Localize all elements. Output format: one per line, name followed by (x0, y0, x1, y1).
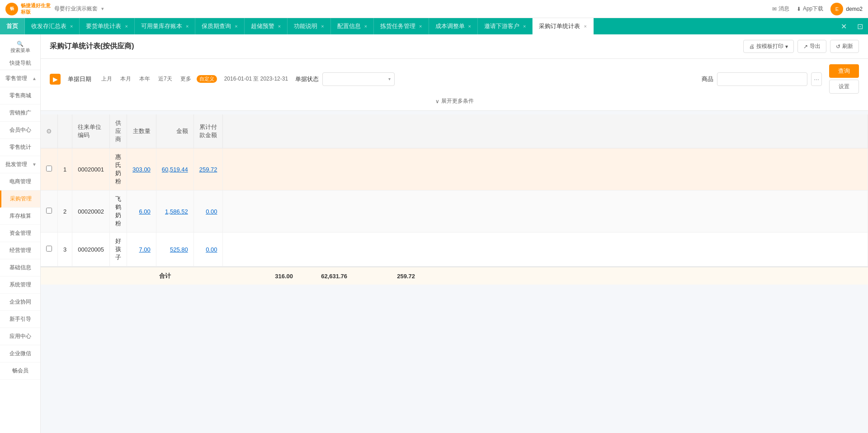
sidebar-item-retail-stats-label: 零售统计 (9, 143, 31, 151)
tab-peizhi-label: 配置信息 (337, 22, 361, 30)
gear-icon[interactable]: ⚙ (46, 128, 52, 135)
expand-more-button[interactable]: ∨ 展开更多条件 (435, 97, 474, 105)
col-header-supplier-name: 供应商 (110, 114, 127, 148)
template-print-dropdown-icon: ▾ (785, 43, 788, 50)
row3-amount[interactable]: 525.80 (156, 233, 193, 266)
tab-caigou-close[interactable]: × (584, 24, 586, 29)
row2-checkbox-input[interactable] (46, 208, 52, 214)
row2-paid[interactable]: 0.00 (193, 190, 223, 233)
sidebar-item-inventory[interactable]: 库存核算 (0, 208, 40, 225)
tab-baozhiqi[interactable]: 保质期查询 × (195, 18, 244, 34)
status-select[interactable]: ▾ (322, 72, 395, 86)
tab-paihuoren-close[interactable]: × (419, 24, 422, 29)
sidebar-item-wechat[interactable]: 企业微信 (0, 345, 40, 362)
tab-yaoqing-close[interactable]: × (523, 24, 526, 29)
tab-keyongliang[interactable]: 可用量库存账本 × (135, 18, 195, 34)
settings-button[interactable]: 设置 (829, 80, 859, 94)
row1-checkbox-input[interactable] (46, 166, 52, 171)
tab-yaoqing[interactable]: 邀请下游客户 × (478, 18, 533, 34)
row3-paid[interactable]: 0.00 (193, 233, 223, 266)
sidebar-item-retail-shop[interactable]: 零售商城 (0, 87, 40, 105)
sidebar-item-ecommerce[interactable]: 电商管理 (0, 173, 40, 190)
tab-gongneng-close[interactable]: × (321, 24, 324, 29)
sidebar-item-retail-stats[interactable]: 零售统计 (0, 139, 40, 156)
tab-chengbentiaoz-close[interactable]: × (468, 24, 471, 29)
date-custom-badge[interactable]: 自定义 (197, 75, 217, 83)
row2-checkbox[interactable] (41, 190, 58, 233)
export-button[interactable]: ↗ 导出 (797, 40, 826, 53)
status-select-arrow: ▾ (388, 76, 391, 81)
row1-paid[interactable]: 259.72 (193, 148, 223, 190)
tab-home[interactable]: 首页 (0, 18, 25, 34)
tab-peizhi[interactable]: 配置信息 × (331, 18, 374, 34)
search-menu-button[interactable]: 🔍 搜索菜单 (0, 38, 40, 57)
tab-chaochuyu-close[interactable]: × (278, 24, 281, 29)
filter-toggle-button[interactable]: ▶ (50, 74, 61, 85)
footer-label: 合计 (154, 267, 244, 285)
sidebar-item-enterprise[interactable]: 企业协同 (0, 294, 40, 311)
page-header: 采购订单统计表(按供应商) 🖨 按模板打印 ▾ ↗ 导出 ↺ 刷新 (41, 34, 868, 59)
tab-gongneng[interactable]: 功能说明 × (288, 18, 330, 34)
template-print-button[interactable]: 🖨 按模板打印 ▾ (743, 40, 794, 53)
goods-more-button[interactable]: ··· (811, 72, 822, 86)
tab-baozhiqi-close[interactable]: × (235, 24, 237, 29)
date-shortcut-more[interactable]: 更多 (178, 74, 194, 84)
tab-yaohuo[interactable]: 要货单统计表 × (80, 18, 134, 34)
tab-peizhi-close[interactable]: × (364, 24, 367, 29)
sidebar-item-wholesale[interactable]: 批发管理 ▼ (0, 156, 40, 173)
refresh-button[interactable]: ↺ 刷新 (830, 40, 859, 53)
tab-shoufahuizon-close[interactable]: × (70, 24, 73, 29)
col-header-checkbox[interactable]: ⚙ (41, 114, 58, 148)
row1-supplier-name: 惠氏奶粉 (110, 148, 127, 190)
row3-checkbox-input[interactable] (46, 246, 52, 252)
footer-paid: 259.72 (353, 268, 420, 284)
row3-qty[interactable]: 7.00 (127, 233, 156, 266)
date-shortcut-last-month[interactable]: 上月 (99, 74, 115, 84)
tab-paihuoren[interactable]: 拣货任务管理 × (374, 18, 429, 34)
row1-qty[interactable]: 303.00 (127, 148, 156, 190)
tab-caigou[interactable]: 采购订单统计表 × (533, 18, 593, 34)
tab-chengbentiaoz[interactable]: 成本调整单 × (429, 18, 478, 34)
row2-qty[interactable]: 6.00 (127, 190, 156, 233)
sidebar-item-members[interactable]: 会员中心 (0, 122, 40, 139)
nav-close-button[interactable]: ✕ (835, 18, 852, 34)
row3-supplier-name: 好孩子 (110, 233, 127, 266)
sidebar-item-finance[interactable]: 资金管理 (0, 225, 40, 242)
quick-nav-button[interactable]: 快捷导航 (0, 57, 40, 70)
row1-checkbox[interactable] (41, 148, 58, 190)
sidebar-item-wechat-label: 企业微信 (9, 350, 31, 357)
goods-input[interactable] (717, 72, 807, 86)
search-menu-label: 搜索菜单 (2, 47, 38, 54)
wholesale-arrow-icon: ▼ (32, 162, 37, 167)
tab-shoufahuizon[interactable]: 收发存汇总表 × (25, 18, 80, 34)
sidebar-item-retail[interactable]: 零售管理 ▲ (0, 70, 40, 87)
row3-checkbox[interactable] (41, 233, 58, 266)
nav-maximize-button[interactable]: ⊡ (852, 18, 868, 34)
user-area[interactable]: E demo2 (830, 3, 863, 15)
tab-chaochuyu[interactable]: 超储预警 × (245, 18, 288, 34)
date-shortcut-7days[interactable]: 近7天 (156, 74, 175, 84)
row3-supplier-code: 00020005 (72, 233, 110, 266)
app-download-button[interactable]: ⬇ App下载 (797, 5, 823, 13)
row1-amount[interactable]: 60,519.44 (156, 148, 193, 190)
sidebar-item-appcenter[interactable]: 应用中心 (0, 328, 40, 345)
download-icon: ⬇ (797, 6, 801, 12)
sidebar-item-purchase[interactable]: 采购管理 (0, 190, 40, 208)
row1-no: 1 (58, 148, 72, 190)
row2-amount[interactable]: 1,586.52 (156, 190, 193, 233)
sidebar-item-basics[interactable]: 基础信息 (0, 259, 40, 276)
tab-yaoqing-label: 邀请下游客户 (484, 22, 519, 30)
query-button[interactable]: 查询 (829, 64, 859, 78)
sidebar-item-operations[interactable]: 经营管理 (0, 242, 40, 259)
tab-keyongliang-close[interactable]: × (186, 24, 189, 29)
sidebar-item-newbie[interactable]: 新手引导 (0, 311, 40, 328)
sidebar-item-system[interactable]: 系统管理 (0, 276, 40, 294)
sidebar-item-marketing[interactable]: 营销推广 (0, 105, 40, 122)
tab-yaohuo-close[interactable]: × (125, 24, 127, 29)
date-shortcut-this-year[interactable]: 本年 (137, 74, 153, 84)
date-shortcut-this-month[interactable]: 本月 (118, 74, 134, 84)
sidebar-item-vip[interactable]: 畅会员 (0, 362, 40, 380)
footer-amount: 62,631.76 (298, 268, 353, 284)
message-button[interactable]: ✉ 消息 (772, 5, 789, 13)
workspace-dropdown-icon[interactable]: ▾ (101, 6, 104, 12)
